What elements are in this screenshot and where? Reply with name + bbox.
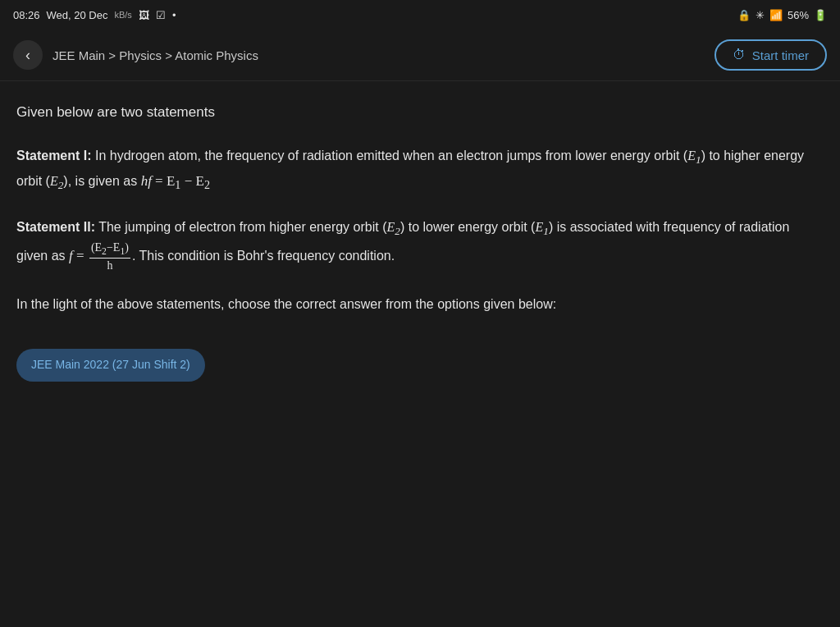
date-display: Wed, 20 Dec bbox=[47, 9, 108, 21]
data-speed-icon: kB/s bbox=[114, 10, 131, 20]
main-content: Given below are two statements Statement… bbox=[0, 81, 840, 401]
time-display: 08:26 bbox=[13, 9, 40, 21]
nav-bar: ‹ JEE Main > Physics > Atomic Physics ⏱ … bbox=[0, 30, 840, 81]
image-icon: 🖼 bbox=[139, 9, 149, 21]
status-left: 08:26 Wed, 20 Dec kB/s 🖼 ☑ • bbox=[13, 9, 176, 21]
back-button[interactable]: ‹ bbox=[13, 40, 43, 70]
battery-display: 56% bbox=[788, 9, 809, 21]
lock-icon: 🔒 bbox=[737, 9, 751, 21]
statement-2-label: Statement II: bbox=[16, 220, 95, 234]
statement-2: Statement II: The jumping of electron fr… bbox=[16, 216, 824, 274]
nav-left: ‹ JEE Main > Physics > Atomic Physics bbox=[13, 40, 258, 70]
dot-icon: • bbox=[172, 9, 176, 21]
intro-text: Given below are two statements bbox=[16, 101, 824, 125]
tag-badge[interactable]: JEE Main 2022 (27 Jun Shift 2) bbox=[16, 349, 205, 382]
status-right: 🔒 ✳ 📶 56% 🔋 bbox=[737, 9, 827, 21]
wifi-icon: 📶 bbox=[769, 9, 783, 21]
statement-2-text: The jumping of electron from higher ener… bbox=[16, 220, 789, 263]
back-icon: ‹ bbox=[25, 47, 30, 64]
bluetooth-icon: ✳ bbox=[756, 9, 765, 21]
battery-icon: 🔋 bbox=[814, 9, 827, 21]
breadcrumb: JEE Main > Physics > Atomic Physics bbox=[52, 48, 258, 62]
conclusion-text: In the light of the above statements, ch… bbox=[16, 293, 824, 316]
checkbox-icon: ☑ bbox=[156, 9, 166, 21]
statement-1-text: In hydrogen atom, the frequency of radia… bbox=[16, 149, 804, 189]
timer-label: Start timer bbox=[752, 48, 809, 62]
start-timer-button[interactable]: ⏱ Start timer bbox=[714, 39, 827, 71]
timer-icon: ⏱ bbox=[733, 48, 746, 62]
statement-1-label: Statement I: bbox=[16, 149, 92, 162]
status-bar: 08:26 Wed, 20 Dec kB/s 🖼 ☑ • 🔒 ✳ 📶 56% 🔋 bbox=[0, 0, 840, 30]
statement-1: Statement I: In hydrogen atom, the frequ… bbox=[16, 144, 824, 196]
